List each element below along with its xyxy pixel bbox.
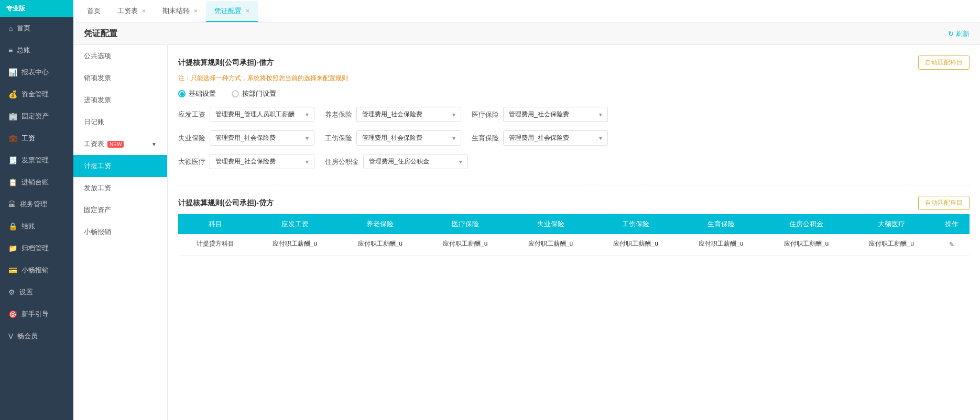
left-nav-journal[interactable]: 日记账: [73, 111, 167, 133]
credit-table-row-1: 计提贷方科目 应付职工薪酬_u 应付职工薪酬_u 应付职工薪酬_u 应付职工薪酬…: [178, 234, 970, 256]
sidebar-item-reports[interactable]: 📊 报表中心: [0, 61, 73, 83]
tab-period-close-label: 期末结转: [162, 6, 190, 16]
sidebar-item-funds[interactable]: 💰 资金管理: [0, 83, 73, 105]
debit-section-header: 计提核算规则(公司承担)-借方 自动匹配科目: [178, 56, 970, 70]
credit-auto-match-button[interactable]: 自动匹配科目: [918, 196, 970, 210]
field-unemployment-value: 管理费用_社会保险费: [215, 134, 276, 142]
refresh-button[interactable]: ↻ 刷新: [948, 29, 970, 39]
cell-major-medical: 应付职工薪酬_u: [849, 234, 934, 256]
field-medical-arrow: ▾: [599, 111, 602, 118]
page-header: 凭证配置 ↻ 刷新: [73, 23, 980, 45]
tab-salary-table-close[interactable]: ×: [142, 7, 146, 15]
tab-voucher-config-close[interactable]: ×: [246, 7, 249, 15]
field-salary-select[interactable]: 管理费用_管理人员职工薪酬 ▾: [210, 107, 314, 122]
fixed-assets-icon: 🏢: [8, 112, 17, 120]
left-nav-purchase-invoice[interactable]: 进项发票: [73, 89, 167, 111]
invoice-mgmt-icon: 🧾: [8, 156, 17, 164]
sidebar-item-salary[interactable]: 💼 工资: [0, 127, 73, 149]
field-medical-select[interactable]: 管理费用_社会保险费 ▾: [503, 107, 608, 122]
left-nav-petty-expense[interactable]: 小畅报销: [73, 221, 167, 243]
ledger-icon: ≡: [8, 46, 13, 54]
field-injury-label: 工伤保险: [325, 134, 352, 143]
sidebar-item-expense[interactable]: 💳 小畅报销: [0, 259, 73, 281]
sidebar-item-close[interactable]: 🔒 结账: [0, 215, 73, 237]
radio-basic-circle: [178, 90, 186, 97]
field-major-medical-arrow: ▾: [306, 158, 309, 165]
left-nav-fixed-assets[interactable]: 固定资产: [73, 199, 167, 221]
cell-salary: 应付职工薪酬_u: [252, 234, 337, 256]
debit-auto-match-button[interactable]: 自动匹配科目: [918, 56, 970, 70]
sidebar-item-invoice-mgmt[interactable]: 🧾 发票管理: [0, 149, 73, 171]
field-housing-select[interactable]: 管理费用_住房公积金 ▾: [363, 154, 468, 169]
field-major-medical-select[interactable]: 管理费用_社会保险费 ▾: [210, 154, 314, 169]
chevron-down-icon: ▼: [151, 141, 157, 147]
tab-period-close[interactable]: 期末结转 ×: [154, 1, 206, 22]
reports-icon: 📊: [8, 68, 17, 76]
field-maternity-select[interactable]: 管理费用_社会保险费 ▾: [503, 130, 608, 146]
field-pension-select[interactable]: 管理费用_社会保险费 ▾: [356, 107, 461, 122]
sidebar-item-sales[interactable]: 📋 进销台账: [0, 171, 73, 193]
col-pension: 养老保险: [337, 214, 423, 234]
sidebar-item-fixed-assets[interactable]: 🏢 固定资产: [0, 105, 73, 127]
field-major-medical-value: 管理费用_社会保险费: [215, 157, 276, 166]
field-maternity-value: 管理费用_社会保险费: [509, 134, 569, 142]
radio-dept[interactable]: 按部门设置: [232, 89, 276, 98]
field-salary-value: 管理费用_管理人员职工薪酬: [215, 110, 295, 119]
new-badge: NEW: [107, 141, 124, 148]
field-major-medical-label: 大额医疗: [178, 157, 205, 167]
left-nav-public-label: 公共选项: [84, 51, 111, 61]
tax-icon: 🏛: [8, 200, 16, 208]
left-nav-public[interactable]: 公共选项: [73, 45, 167, 67]
sidebar-item-home[interactable]: ⌂ 首页: [0, 17, 73, 39]
sidebar-item-tax[interactable]: 🏛 税务管理: [0, 193, 73, 215]
sidebar-label-salary: 工资: [21, 134, 35, 143]
sidebar-label-tax: 税务管理: [20, 200, 47, 209]
sidebar-item-member[interactable]: V 畅会员: [0, 325, 73, 347]
debit-form-row-3: 大额医疗 管理费用_社会保险费 ▾ 住房公积金 管理费用_住房公积金 ▾: [178, 154, 970, 169]
field-unemployment-select[interactable]: 管理费用_社会保险费 ▾: [210, 130, 314, 146]
sidebar-item-settings[interactable]: ⚙ 设置: [0, 281, 73, 303]
radio-group: 基础设置 按部门设置: [178, 89, 970, 98]
expense-icon: 💳: [8, 266, 17, 274]
field-injury-arrow: ▾: [452, 135, 455, 142]
tab-home[interactable]: 首页: [79, 1, 109, 22]
field-unemployment: 失业保险 管理费用_社会保险费 ▾: [178, 130, 314, 146]
tab-voucher-config-label: 凭证配置: [214, 6, 242, 16]
radio-basic[interactable]: 基础设置: [178, 89, 216, 98]
col-maternity: 生育保险: [679, 214, 764, 234]
field-pension-arrow: ▾: [452, 111, 455, 118]
sidebar-item-ledger[interactable]: ≡ 总账: [0, 39, 73, 61]
left-nav-salary-table[interactable]: 工资表 NEW ▼: [73, 133, 167, 155]
field-maternity: 生育保险 管理费用_社会保险费 ▾: [472, 130, 608, 146]
brand-label: 专业版: [0, 0, 73, 17]
tab-voucher-config[interactable]: 凭证配置 ×: [206, 1, 258, 22]
sidebar-label-member: 畅会员: [17, 331, 38, 341]
col-salary: 应发工资: [252, 214, 337, 234]
tab-salary-table[interactable]: 工资表 ×: [109, 1, 154, 22]
left-nav-pay-salary[interactable]: 发放工资: [73, 177, 167, 199]
field-salary: 应发工资 管理费用_管理人员职工薪酬 ▾: [178, 107, 314, 122]
left-nav: 公共选项 销项发票 进项发票 日记账 工资表 NEW ▼ 计提工资 发放工资: [73, 45, 168, 420]
tab-period-close-close[interactable]: ×: [194, 7, 198, 15]
tab-salary-table-label: 工资表: [117, 6, 138, 16]
field-injury: 工伤保险 管理费用_社会保险费 ▾: [325, 130, 461, 146]
salary-icon: 💼: [8, 134, 17, 142]
debit-notice: 注：只能选择一种方式，系统将按照您当前的选择来配置规则: [178, 74, 970, 83]
sidebar-label-fixed-assets: 固定资产: [21, 112, 49, 121]
field-injury-select[interactable]: 管理费用_社会保险费 ▾: [356, 130, 461, 146]
sidebar-item-guide[interactable]: 🎯 新手引导: [0, 303, 73, 325]
edit-icon[interactable]: ✎: [949, 241, 954, 248]
left-nav-accrual-salary[interactable]: 计提工资: [73, 155, 167, 177]
left-nav-sales-invoice[interactable]: 销项发票: [73, 67, 167, 89]
close-acc-icon: 🔒: [8, 222, 17, 230]
sales-icon: 📋: [8, 178, 17, 186]
credit-section-header: 计提核算规则(公司承担)-贷方 自动匹配科目: [178, 196, 970, 210]
cell-injury: 应付职工薪酬_u: [593, 234, 679, 256]
sidebar-item-archive[interactable]: 📁 归档管理: [0, 237, 73, 259]
sidebar-label-close: 结账: [21, 222, 35, 231]
field-housing: 住房公积金 管理费用_住房公积金 ▾: [325, 154, 468, 169]
left-nav-fixed-assets-label: 固定资产: [84, 205, 111, 215]
field-unemployment-label: 失业保险: [178, 134, 205, 143]
field-pension-label: 养老保险: [325, 110, 352, 119]
cell-action[interactable]: ✎: [934, 234, 970, 256]
